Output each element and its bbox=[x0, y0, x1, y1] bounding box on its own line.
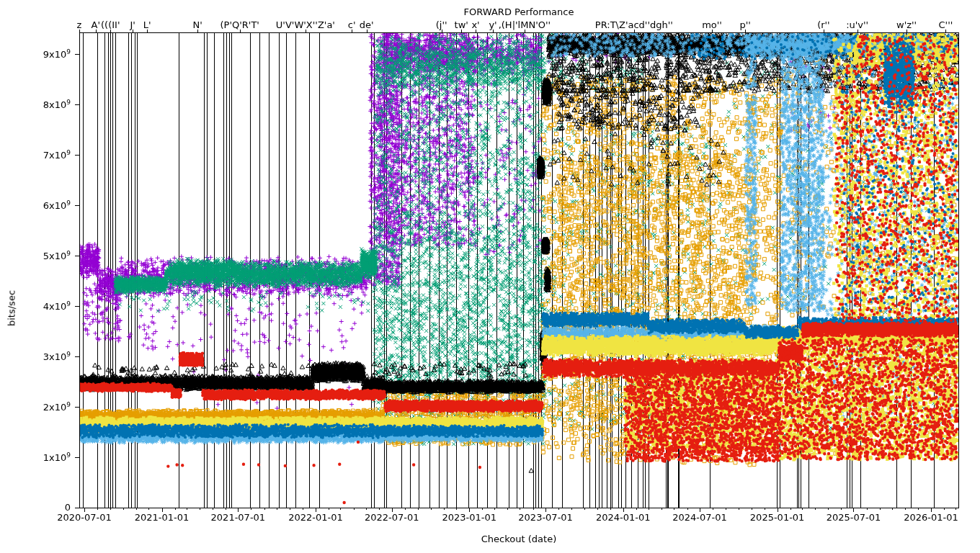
x-tick-label: 2024-07-01 bbox=[656, 512, 743, 523]
x-tick-label: 2023-01-01 bbox=[426, 512, 512, 523]
x-tick-label: 2022-01-01 bbox=[272, 512, 359, 523]
forward-performance-chart: FORWARD Performance bits/sec Checkout (d… bbox=[0, 0, 980, 553]
release-tag-label: w'z'' bbox=[896, 19, 917, 30]
y-tick-label: 9x109 bbox=[0, 48, 71, 60]
release-tag-label: c' bbox=[348, 19, 356, 30]
release-tag-label: mo'' bbox=[702, 19, 722, 30]
release-tag-label: x' bbox=[471, 19, 479, 30]
x-tick-label: 2025-07-01 bbox=[810, 512, 896, 523]
x-tick-label: 2020-07-01 bbox=[41, 512, 128, 523]
y-tick-label: 6x109 bbox=[0, 199, 71, 211]
release-tag-label: C''' bbox=[939, 19, 953, 30]
release-tag-label: U'V'W'X''Z'a' bbox=[276, 19, 335, 30]
x-tick-label: 2025-01-01 bbox=[734, 512, 821, 523]
x-tick-label: 2026-01-01 bbox=[888, 512, 974, 523]
release-tag-label: (P'Q'R'T' bbox=[220, 19, 259, 30]
release-tag-label: tw' bbox=[455, 19, 468, 30]
x-tick-label: 2021-01-01 bbox=[119, 512, 205, 523]
release-tag-label: y' bbox=[489, 19, 496, 30]
y-tick-label: 2x109 bbox=[0, 401, 71, 413]
x-tick-label: 2024-01-01 bbox=[580, 512, 667, 523]
x-tick-label: 2022-07-01 bbox=[349, 512, 435, 523]
plot-canvas bbox=[0, 0, 980, 553]
release-tag-label: z bbox=[77, 19, 82, 30]
release-tag-label: (r'' bbox=[817, 19, 830, 30]
x-tick-label: 2023-07-01 bbox=[502, 512, 589, 523]
chart-title: FORWARD Performance bbox=[79, 6, 958, 17]
release-tag-label: A' bbox=[92, 19, 100, 30]
release-tag-label: PR:T\Z'acd''dgh'' bbox=[595, 19, 673, 30]
y-tick-label: 5x109 bbox=[0, 250, 71, 261]
release-tag-label: de' bbox=[360, 19, 374, 30]
y-tick-label: 7x109 bbox=[0, 149, 71, 161]
release-tag-label: (((II' bbox=[101, 19, 120, 30]
x-axis-title: Checkout (date) bbox=[79, 534, 958, 544]
y-tick-label: 1x109 bbox=[0, 451, 71, 463]
release-tag-label: :u'v'' bbox=[846, 19, 868, 30]
release-tag-label: p'' bbox=[739, 19, 750, 30]
release-tag-label: L' bbox=[143, 19, 151, 30]
y-tick-label: 3x109 bbox=[0, 351, 71, 362]
release-tag-label: (j'' bbox=[436, 19, 447, 30]
y-tick-label: 4x109 bbox=[0, 300, 71, 312]
x-tick-label: 2021-07-01 bbox=[195, 512, 281, 523]
release-tag-label: N' bbox=[193, 19, 202, 30]
release-tag-label: J' bbox=[130, 19, 135, 30]
y-tick-label: 8x109 bbox=[0, 99, 71, 110]
release-tag-label: ,(H|'lMN'O'' bbox=[499, 19, 551, 30]
